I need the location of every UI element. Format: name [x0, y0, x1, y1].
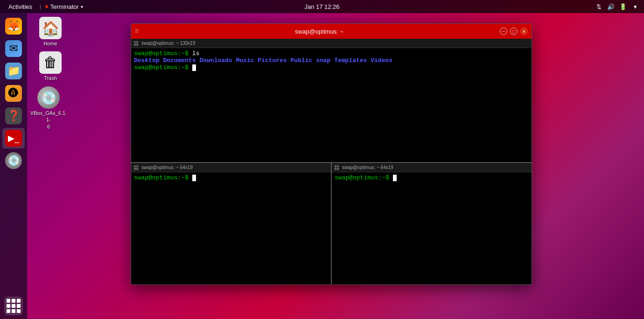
pane-grip-icon	[134, 41, 139, 46]
pane-bottom-right-titlebar: swap@optimus: ~ 64x19	[332, 163, 532, 172]
dock-terminal[interactable]: ▶_	[2, 128, 25, 149]
dropdown-arrow-icon: ▾	[81, 4, 83, 9]
title-left: ⠿	[135, 28, 139, 35]
close-button[interactable]: ✕	[520, 28, 528, 35]
desktop-icon-vbox[interactable]: 💿 VBox_GAs_6.1.1-6	[30, 86, 67, 130]
battery-icon[interactable]: 🔋	[619, 2, 627, 11]
pane-top[interactable]: swap@optimus: ~ 130x19 swap@optimus:~$ l…	[131, 39, 532, 163]
system-menu-icon[interactable]: ▾	[631, 2, 639, 11]
dock-appcentre[interactable]: 🅐	[2, 83, 25, 104]
activities-button[interactable]: Activities	[5, 2, 36, 11]
volume-icon[interactable]: 🔊	[607, 2, 615, 11]
pane-bottom-left-titlebar: swap@optimus: ~ 64x19	[131, 163, 331, 172]
pane-top-titlebar: swap@optimus: ~ 130x19	[131, 39, 532, 48]
pane-bottom-left-grip-icon	[134, 165, 139, 170]
terminal-line-1: swap@optimus:~$ ls	[134, 50, 529, 57]
terminal-bl-prompt: swap@optimus:~$	[134, 174, 328, 181]
pane-bottom-left[interactable]: swap@optimus: ~ 64x19 swap@optimus:~$	[131, 163, 332, 284]
topbar-datetime: Jan 17 12:26	[304, 3, 339, 10]
topbar-left: Activities | ■ Terminator ▾	[5, 2, 83, 11]
pane-bottom-right[interactable]: swap@optimus: ~ 64x19 swap@optimus:~$	[332, 163, 532, 284]
window-controls: ─ □ ✕	[500, 28, 528, 35]
topbar: Activities | ■ Terminator ▾ Jan 17 12:26…	[0, 0, 644, 13]
pane-bottom-right-grip-icon	[335, 165, 339, 170]
topbar-right: ⇅ 🔊 🔋 ▾	[595, 2, 639, 11]
dock-files[interactable]: 📁	[2, 61, 25, 81]
apps-grid-icon	[7, 299, 21, 313]
terminator-window: ⠿ swap@optimus: ~ ─ □ ✕ swap@optimus: ~ …	[131, 23, 532, 285]
window-title: swap@optimus: ~	[139, 28, 500, 35]
terminal-line-2: Desktop Documents Downloads Music Pictur…	[134, 57, 529, 64]
pane-top-terminal[interactable]: swap@optimus:~$ ls Desktop Documents Dow…	[131, 48, 532, 162]
terminal-br-prompt: swap@optimus:~$	[335, 174, 529, 181]
dock-help[interactable]: ❓	[2, 106, 25, 126]
dock: 🦊 ✉ 📁 🅐 ❓ ▶_ 💿	[0, 13, 27, 319]
desktop-icon-home[interactable]: 🏠 Home	[32, 17, 69, 47]
terminal-content: swap@optimus: ~ 130x19 swap@optimus:~$ l…	[131, 39, 532, 284]
dock-thunderbird[interactable]: ✉	[2, 38, 25, 59]
minimize-button[interactable]: ─	[500, 28, 507, 35]
pane-bottom-right-terminal[interactable]: swap@optimus:~$	[332, 172, 532, 284]
terminator-grip-icon: ⠿	[135, 28, 139, 35]
show-apps-button[interactable]	[4, 297, 23, 315]
terminator-button[interactable]: ■ Terminator ▾	[45, 3, 83, 10]
maximize-button[interactable]: □	[510, 28, 518, 35]
dock-firefox[interactable]: 🦊	[2, 16, 25, 36]
network-icon[interactable]: ⇅	[595, 2, 603, 11]
terminator-titlebar: ⠿ swap@optimus: ~ ─ □ ✕	[131, 24, 532, 39]
desktop-icon-trash[interactable]: 🗑 Trash	[32, 51, 69, 81]
pane-bottom-left-terminal[interactable]: swap@optimus:~$	[131, 172, 331, 284]
panes-bottom: swap@optimus: ~ 64x19 swap@optimus:~$	[131, 163, 532, 284]
terminal-line-3: swap@optimus:~$	[134, 64, 529, 71]
dock-dvd[interactable]: 💿	[2, 150, 25, 171]
terminal-icon: ■	[45, 3, 48, 10]
